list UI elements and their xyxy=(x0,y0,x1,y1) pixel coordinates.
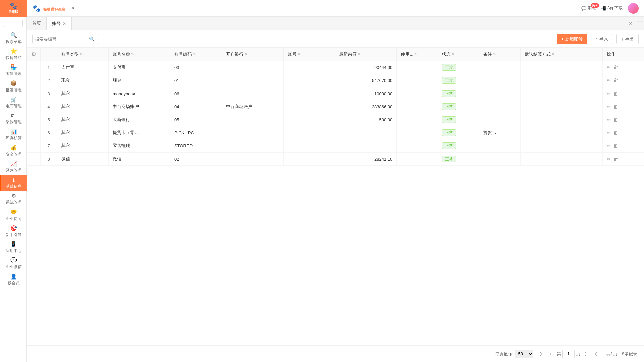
sidebar-item-guide[interactable]: 🎯 新手引导 xyxy=(0,223,27,239)
row-default-settlement xyxy=(520,126,603,139)
col-account-code[interactable]: 账号编码 ⇅ xyxy=(170,48,222,61)
col-account-no[interactable]: 账号 ⇅ xyxy=(283,48,335,61)
sidebar-item-member[interactable]: 👤 畅会员 xyxy=(0,272,27,288)
row-status: 正常 xyxy=(438,87,479,100)
col-default-settlement[interactable]: 默认结算方式 ⇅ xyxy=(520,48,603,61)
edit-icon[interactable]: ✏ xyxy=(607,143,611,148)
sidebar-item-wechat[interactable]: 💬 企业微信 xyxy=(0,255,27,272)
sidebar-item-finance[interactable]: 💰 资金管理 xyxy=(0,143,27,159)
sidebar-item-quick-nav[interactable]: ⭐ 快捷导航 xyxy=(0,46,27,62)
row-account-name: 提货卡（零… xyxy=(108,126,170,139)
export-button[interactable]: ↓ 导出 xyxy=(616,34,639,44)
edit-icon[interactable]: ✏ xyxy=(607,130,611,135)
row-account-type: 其它 xyxy=(57,100,108,113)
col-usage[interactable]: 使用... ⇅ xyxy=(397,48,438,61)
tab-home[interactable]: 首页 xyxy=(27,17,47,30)
topbar-dropdown[interactable]: ▾ xyxy=(72,6,74,11)
row-usage xyxy=(397,74,438,87)
delete-icon[interactable]: 🗑 xyxy=(613,65,618,70)
row-open-bank xyxy=(222,126,283,139)
row-open-bank xyxy=(222,153,283,166)
import-button[interactable]: ↑ 导入 xyxy=(591,34,613,44)
col-account-type[interactable]: 账号类型 ⇅ xyxy=(57,48,108,61)
sidebar-item-enterprise[interactable]: 🤝 企业协同 xyxy=(0,207,27,223)
row-default-settlement xyxy=(520,100,603,113)
edit-icon[interactable]: ✏ xyxy=(607,156,611,162)
col-remark[interactable]: 备注 ⇅ xyxy=(479,48,520,61)
delete-icon[interactable]: 🗑 xyxy=(613,130,618,135)
sidebar-item-search-menu[interactable]: 🔍 搜索菜单 xyxy=(0,30,27,46)
sidebar-item-inventory[interactable]: 📊 库存核算 xyxy=(0,127,27,143)
next-page-button[interactable]: ⟩ xyxy=(582,350,590,358)
page-size-select[interactable]: 10 20 50 100 xyxy=(515,350,533,358)
sidebar-item-app-center[interactable]: 📱 应用中心 xyxy=(0,239,27,255)
delete-icon[interactable]: 🗑 xyxy=(613,156,618,162)
edit-icon[interactable]: ✏ xyxy=(607,65,611,70)
col-latest-balance[interactable]: 最新余额 ⇅ xyxy=(335,48,397,61)
row-latest-balance xyxy=(335,139,397,153)
app-download-icon: 📲 xyxy=(601,6,606,11)
status-badge: 正常 xyxy=(442,142,456,149)
col-status[interactable]: 状态 ⇅ xyxy=(438,48,479,61)
first-page-button[interactable]: ⟨⟨ xyxy=(537,350,545,358)
delete-icon[interactable]: 🗑 xyxy=(613,78,618,83)
col-config[interactable]: ⚙ xyxy=(27,48,40,61)
tab-accounts[interactable]: 账号 ✕ xyxy=(47,17,72,30)
delete-icon[interactable]: 🗑 xyxy=(613,104,618,109)
finance-icon: 💰 xyxy=(10,144,17,151)
delete-icon[interactable]: 🗑 xyxy=(613,117,618,122)
toolbar-left: 🔍 xyxy=(32,34,99,44)
row-status: 正常 xyxy=(438,126,479,139)
page-number-input[interactable] xyxy=(562,350,575,358)
sidebar-item-label: 搜索菜单 xyxy=(6,39,22,45)
col-account-name[interactable]: 账号名称 ⇅ xyxy=(108,48,170,61)
sidebar-item-ecommerce[interactable]: 🛒 电商管理 xyxy=(0,95,27,111)
row-config-cell xyxy=(27,139,40,153)
search-input[interactable] xyxy=(35,37,89,41)
sidebar-item-wholesale[interactable]: 📦 批发管理 xyxy=(0,78,27,95)
sidebar-item-operations[interactable]: 📈 经营管理 xyxy=(0,159,27,175)
search-menu-icon: 🔍 xyxy=(10,32,17,38)
row-open-bank xyxy=(222,139,283,153)
search-box[interactable]: 🔍 xyxy=(32,34,99,44)
edit-icon[interactable]: ✏ xyxy=(607,91,611,96)
user-avatar[interactable] xyxy=(628,3,639,14)
row-default-settlement xyxy=(520,87,603,100)
edit-icon[interactable]: ✏ xyxy=(607,78,611,83)
sidebar-item-basic-info[interactable]: ℹ 基础信息 xyxy=(0,175,27,191)
sidebar-item-retail[interactable]: 🏪 零售管理 xyxy=(0,62,27,78)
delete-icon[interactable]: 🗑 xyxy=(613,91,618,96)
col-account-type-label: 账号类型 xyxy=(61,51,79,57)
close-window-button[interactable]: ✕ xyxy=(627,19,635,27)
maximize-window-button[interactable]: ⛶ xyxy=(636,19,644,27)
tab-close-icon[interactable]: ✕ xyxy=(63,21,66,26)
sidebar-item-system[interactable]: ⚙ 系统管理 xyxy=(0,191,27,207)
row-remark xyxy=(479,74,520,87)
col-usage-label: 使用... xyxy=(401,51,413,57)
row-account-type: 其它 xyxy=(57,87,108,100)
row-account-code: 01 xyxy=(170,74,222,87)
app-download-button[interactable]: 📲 App下载 xyxy=(601,5,623,11)
last-page-button[interactable]: ⟩⟩ xyxy=(592,350,600,358)
message-button[interactable]: 💬 消息 99+ xyxy=(581,5,596,11)
member-icon: 👤 xyxy=(10,273,17,280)
table-header-row: ⚙ 账号类型 ⇅ 账号名称 ⇅ xyxy=(27,48,644,61)
row-index-cell: 2 xyxy=(40,74,57,87)
page-navigation: ⟨⟨ ⟨ 第 页 ⟩ ⟩⟩ xyxy=(537,350,600,358)
sidebar-search-input[interactable] xyxy=(4,20,23,27)
col-open-bank[interactable]: 开户银行 ⇅ xyxy=(222,48,283,61)
sidebar-item-purchase[interactable]: 🛍 采购管理 xyxy=(0,111,27,127)
add-account-button[interactable]: + 新增账号 xyxy=(557,34,587,44)
row-account-code: 04 xyxy=(170,100,222,113)
wechat-icon: 💬 xyxy=(10,257,17,263)
edit-icon[interactable]: ✏ xyxy=(607,104,611,109)
row-open-bank xyxy=(222,113,283,126)
row-account-code: 02 xyxy=(170,153,222,166)
delete-icon[interactable]: 🗑 xyxy=(613,143,618,148)
row-remark xyxy=(479,100,520,113)
sidebar-search-box[interactable] xyxy=(0,17,27,30)
prev-page-button[interactable]: ⟨ xyxy=(547,350,555,358)
edit-icon[interactable]: ✏ xyxy=(607,117,611,122)
row-account-no xyxy=(283,139,335,153)
column-config-icon[interactable]: ⚙ xyxy=(31,51,36,57)
